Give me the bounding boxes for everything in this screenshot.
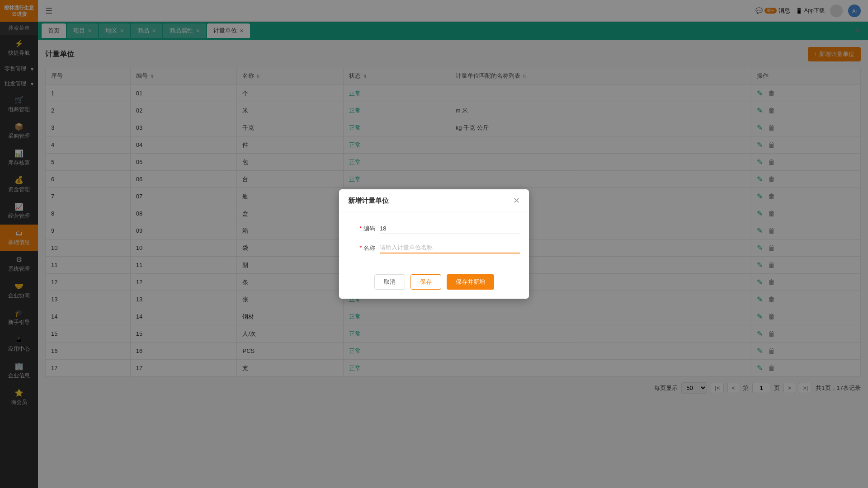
modal-close-button[interactable]: ✕ — [513, 196, 520, 206]
add-unit-modal: 新增计量单位 ✕ 编码 名称 取消 保存 保存并新增 — [339, 189, 529, 299]
name-field-row: 名称 — [348, 242, 520, 253]
cancel-button[interactable]: 取消 — [374, 274, 405, 290]
modal-overlay: 新增计量单位 ✕ 编码 名称 取消 保存 保存并新增 — [0, 0, 868, 488]
modal-body: 编码 名称 — [339, 212, 529, 269]
save-new-button[interactable]: 保存并新增 — [447, 274, 494, 290]
code-input[interactable] — [380, 223, 520, 234]
name-input[interactable] — [380, 242, 520, 253]
code-field-row: 编码 — [348, 223, 520, 234]
save-button[interactable]: 保存 — [410, 274, 441, 290]
modal-title: 新增计量单位 — [348, 197, 389, 205]
code-label: 编码 — [348, 225, 375, 233]
modal-header: 新增计量单位 ✕ — [339, 189, 529, 212]
name-label: 名称 — [348, 244, 375, 252]
modal-footer: 取消 保存 保存并新增 — [339, 269, 529, 299]
